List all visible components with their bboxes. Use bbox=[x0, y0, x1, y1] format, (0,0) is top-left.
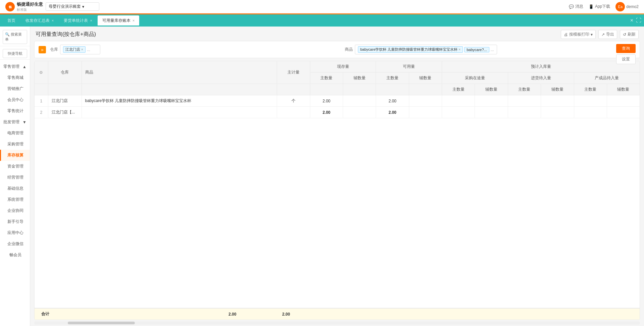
tab-inventory[interactable]: 可用量库存账本 × bbox=[98, 15, 139, 26]
sidebar-item-purchase[interactable]: 采购管理 bbox=[0, 139, 30, 150]
sidebar-item-app-center[interactable]: 应用中心 bbox=[0, 227, 30, 238]
enterprise-collab-label: 企业协同 bbox=[7, 208, 23, 214]
product-more[interactable]: ... bbox=[491, 47, 494, 52]
page-header: 可用量查询(按仓库+商品) 🖨 按模板打印 ▾ ↗ 导出 ↺ 刷新 bbox=[30, 27, 644, 41]
close-all-btn[interactable]: × bbox=[630, 17, 633, 24]
row1-avail-main: 2.00 bbox=[376, 95, 409, 107]
col-purchase-transit: 采购在途量 bbox=[442, 73, 508, 84]
warehouse-tag-close[interactable]: × bbox=[81, 48, 83, 51]
tenant-selector[interactable]: 母婴行业演示账套 ▾ bbox=[46, 2, 99, 11]
sidebar-item-retail-mall[interactable]: 零售商城 bbox=[0, 72, 30, 83]
sidebar-item-new-guide[interactable]: 新手引导 bbox=[0, 216, 30, 227]
user-area[interactable]: Ea demo2 bbox=[615, 2, 639, 11]
col-header-settings: ⚙ bbox=[35, 61, 48, 84]
export-icon: ↗ bbox=[601, 32, 605, 37]
finance-label: 资金管理 bbox=[7, 164, 23, 169]
logo-sub: 标准版 bbox=[17, 7, 43, 12]
sidebar-item-wholesale-mgmt[interactable]: 批发管理 ▼ bbox=[0, 117, 30, 128]
col-incoming-pending: 进货待入量 bbox=[508, 73, 574, 84]
app-download-btn[interactable]: 📱 App下载 bbox=[589, 4, 610, 9]
sidebar-item-retail-mgmt[interactable]: 零售管理 ▲ bbox=[0, 61, 30, 72]
product-input[interactable]: babycare学饮杯 儿童防摔防撞吸管杯重力球吸嘴杯宝宝水杯 × babyca… bbox=[355, 45, 497, 54]
tab-inventory-close[interactable]: × bbox=[132, 18, 135, 22]
sidebar-item-finance[interactable]: 资金管理 bbox=[0, 161, 30, 172]
retail-mall-label: 零售商城 bbox=[7, 75, 23, 81]
product-tag-1-text: babycare学饮杯 儿童防摔防撞吸管杯重力球吸嘴杯宝宝水杯 bbox=[360, 47, 458, 52]
product-label: 商品 bbox=[345, 47, 353, 52]
user-name: demo2 bbox=[626, 4, 639, 9]
col-purchase-aux: 辅数量 bbox=[475, 84, 508, 95]
sidebar-item-retail-stats[interactable]: 零售统计 bbox=[0, 105, 30, 117]
sidebar-item-system-mgmt[interactable]: 系统管理 bbox=[0, 194, 30, 205]
col-header-available: 可用量 bbox=[376, 61, 442, 73]
row2-product bbox=[82, 107, 277, 118]
sidebar-item-enterprise-wechat[interactable]: 企业微信 bbox=[0, 238, 30, 249]
message-btn[interactable]: 💬 消息 bbox=[569, 4, 583, 9]
product-tag-1-close[interactable]: × bbox=[459, 48, 461, 51]
purchase-label: 采购管理 bbox=[7, 141, 23, 147]
row1-incoming-main bbox=[508, 95, 541, 107]
footer-avail-main: 2.00 bbox=[273, 312, 300, 317]
product-tag-2: babycare?... bbox=[464, 47, 489, 52]
warehouse-more[interactable]: ... bbox=[87, 47, 90, 52]
row2-avail-aux bbox=[409, 107, 442, 118]
table-spacer bbox=[35, 118, 640, 308]
footer-stock-main: 2.00 bbox=[219, 312, 246, 317]
tenant-dropdown-icon: ▾ bbox=[82, 4, 84, 9]
message-icon: 💬 bbox=[569, 4, 574, 9]
nav-tabs-left: 首页 收发存汇总表 × 要货单统计表 × 可用量库存账本 × bbox=[3, 15, 139, 26]
tab-home[interactable]: 首页 bbox=[3, 15, 20, 26]
search-menu-btn[interactable]: 🔍 搜索菜单 bbox=[3, 30, 27, 44]
sidebar-item-enterprise-collab[interactable]: 企业协同 bbox=[0, 205, 30, 216]
sidebar-item-marketing[interactable]: 营销推广 bbox=[0, 83, 30, 94]
tab-receive[interactable]: 收发存汇总表 × bbox=[21, 15, 58, 26]
print-btn[interactable]: 🖨 按模板打印 ▾ bbox=[561, 30, 596, 39]
sidebar: 🔍 搜索菜单 快捷导航 零售管理 ▲ 零售商城 营销推广 会员中心 零售统计 bbox=[0, 27, 30, 326]
tab-receive-close[interactable]: × bbox=[52, 18, 54, 22]
settings-btn[interactable]: 设置 bbox=[616, 54, 636, 64]
quick-nav-btn[interactable]: 快捷导航 bbox=[3, 49, 27, 58]
print-icon: 🖨 bbox=[564, 32, 568, 37]
print-dropdown-icon: ▾ bbox=[591, 32, 593, 37]
sidebar-item-ecommerce[interactable]: 电商管理 bbox=[0, 128, 30, 139]
col-header-product: 商品 bbox=[82, 61, 277, 84]
top-bar-right: 💬 消息 📱 App下载 Ea demo2 bbox=[569, 2, 639, 11]
filter-expand-btn[interactable]: » bbox=[39, 46, 46, 53]
sidebar-item-basic-info[interactable]: 基础信息 bbox=[0, 183, 30, 194]
scroll-thumb[interactable] bbox=[68, 322, 135, 324]
row1-incoming-aux bbox=[541, 95, 574, 107]
col-sub-empty-7 bbox=[376, 84, 409, 95]
basic-info-label: 基础信息 bbox=[7, 186, 23, 191]
row1-stock-main: 2.00 bbox=[310, 95, 343, 107]
row2-purchase-main bbox=[442, 107, 475, 118]
col-stock-main: 主数量 bbox=[310, 73, 343, 84]
horizontal-scrollbar[interactable] bbox=[34, 321, 640, 325]
new-guide-label: 新手引导 bbox=[7, 219, 23, 225]
fullscreen-btn[interactable]: ⛶ bbox=[636, 17, 641, 24]
row1-production-main bbox=[574, 95, 607, 107]
tab-orders-close[interactable]: × bbox=[90, 18, 92, 22]
table-settings-icon[interactable]: ⚙ bbox=[39, 70, 43, 75]
row2-stock-aux bbox=[343, 107, 376, 118]
query-btn[interactable]: 查询 bbox=[616, 44, 636, 53]
sidebar-item-operations[interactable]: 经营管理 bbox=[0, 172, 30, 183]
system-mgmt-label: 系统管理 bbox=[7, 197, 23, 202]
export-label: 导出 bbox=[606, 32, 614, 37]
sidebar-item-member[interactable]: 畅会员 bbox=[0, 249, 30, 261]
refresh-btn[interactable]: ↺ 刷新 bbox=[620, 30, 639, 39]
col-sub-empty-3 bbox=[82, 84, 277, 95]
col-production-pending: 产成品待入量 bbox=[574, 73, 640, 84]
export-btn[interactable]: ↗ 导出 bbox=[598, 30, 617, 39]
table-footer: 合计 2.00 2.00 bbox=[35, 308, 640, 320]
row2-production-main bbox=[574, 107, 607, 118]
row2-incoming-main bbox=[508, 107, 541, 118]
svg-text:畅: 畅 bbox=[9, 5, 12, 9]
col-header-warehouse: 仓库 bbox=[48, 61, 82, 84]
expand-icon-2: ▼ bbox=[22, 120, 26, 125]
col-incoming-aux: 辅数量 bbox=[541, 84, 574, 95]
sidebar-item-member-center[interactable]: 会员中心 bbox=[0, 94, 30, 105]
sidebar-item-inventory-check[interactable]: 库存核算 bbox=[0, 150, 30, 161]
tab-orders[interactable]: 要货单统计表 × bbox=[59, 15, 97, 26]
product-filter-field: 商品 babycare学饮杯 儿童防摔防撞吸管杯重力球吸嘴杯宝宝水杯 × bab… bbox=[345, 45, 636, 54]
warehouse-input[interactable]: 江北门店 × ... bbox=[60, 45, 100, 54]
